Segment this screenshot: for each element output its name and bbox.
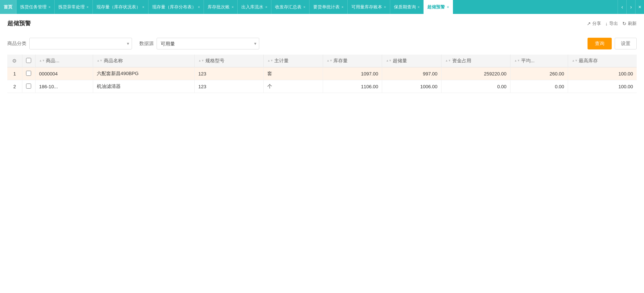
tab-label-6: 出入库流水: [241, 4, 263, 10]
cell-avg-0: 260.00: [511, 67, 568, 80]
row-checkbox-0[interactable]: [26, 71, 31, 76]
nav-arrows: ‹ › ×: [618, 0, 644, 14]
cell-index-1: 2: [7, 80, 22, 93]
datasource-label: 数据源: [139, 40, 154, 47]
col-capital-label: 资金占用: [452, 58, 471, 64]
th-maxstock: ▲▼ 最高库存: [568, 55, 637, 67]
select-all-checkbox[interactable]: [26, 58, 31, 63]
nav-tab-2[interactable]: 拣货异常处理 ×: [55, 0, 93, 14]
export-button[interactable]: ↓ 导出: [605, 21, 618, 27]
sort-spec-icon: ▲▼: [198, 59, 204, 62]
top-nav: 首页 拣货任务管理 × 拣货异常处理 × 现存量（库存状况表） × 现存量（库存…: [0, 0, 644, 14]
tab-label-9: 可用量库存账本: [351, 4, 382, 10]
cell-maxstock-1: 100.00: [568, 80, 637, 93]
nav-tab-3[interactable]: 现存量（库存状况表） ×: [93, 0, 149, 14]
category-select[interactable]: [29, 38, 132, 49]
sort-overstock-icon: ▲▼: [386, 59, 392, 62]
sort-unit-icon: ▲▼: [267, 59, 273, 62]
datasource-filter: 数据源 可用量 ▾: [139, 38, 259, 49]
th-name: ▲▼ 商品名称: [93, 55, 194, 67]
nav-tab-7[interactable]: 收发存汇总表 ×: [271, 0, 310, 14]
close-tab-8[interactable]: ×: [341, 5, 344, 9]
nav-tab-10[interactable]: 保质期查询 ×: [390, 0, 424, 14]
cell-stock-0: 1097.00: [323, 67, 382, 80]
action-bar: ↗ 分享 ↓ 导出 ↻ 刷新: [587, 21, 637, 27]
nav-tab-4[interactable]: 现存量（库存分布表） ×: [149, 0, 204, 14]
refresh-icon: ↻: [622, 21, 626, 26]
tab-label-4: 现存量（库存分布表）: [152, 4, 196, 10]
filter-row: 商品分类 ▾ 数据源 可用量 ▾ 查询 设置: [7, 38, 637, 49]
close-tab-11[interactable]: ×: [447, 5, 449, 9]
page-title: 超储预警: [7, 20, 31, 27]
export-icon: ↓: [605, 21, 608, 26]
close-tab-9[interactable]: ×: [384, 5, 386, 9]
th-overstock: ▲▼ 超储量: [382, 55, 442, 67]
nav-next-arrow[interactable]: ›: [626, 0, 635, 14]
share-icon: ↗: [587, 21, 591, 26]
settings-button[interactable]: 设置: [615, 38, 637, 49]
table-body: 1 0000004 六配套新昌490BPG 123 套 1097.00 997.…: [7, 67, 637, 93]
settings-gear-icon[interactable]: ⚙: [11, 58, 18, 64]
query-button[interactable]: 查询: [588, 38, 612, 49]
close-tab-3[interactable]: ×: [142, 5, 144, 9]
col-code-label: 商品...: [46, 58, 59, 64]
share-label: 分享: [592, 21, 601, 27]
close-tab-1[interactable]: ×: [48, 5, 51, 9]
col-avg-label: 平均...: [521, 58, 535, 64]
category-select-wrap: ▾: [29, 38, 132, 49]
sort-capital-icon: ▲▼: [445, 59, 451, 62]
col-maxstock-label: 最高库存: [579, 58, 598, 64]
share-button[interactable]: ↗ 分享: [587, 21, 601, 27]
th-stock: ▲▼ 库存量: [323, 55, 382, 67]
close-tab-5[interactable]: ×: [231, 5, 234, 9]
nav-tab-home[interactable]: 首页: [0, 0, 17, 14]
table-header-row: ⚙ ▲▼ 商品... ▲▼ 商品名称: [7, 55, 637, 67]
close-tab-7[interactable]: ×: [303, 5, 305, 9]
close-tab-10[interactable]: ×: [418, 5, 420, 9]
col-name-label: 商品名称: [104, 58, 123, 64]
tab-label-2: 拣货异常处理: [58, 4, 85, 10]
nav-close-arrow[interactable]: ×: [635, 0, 644, 14]
nav-tab-1[interactable]: 拣货任务管理 ×: [17, 0, 55, 14]
th-checkbox: [22, 55, 35, 67]
close-tab-4[interactable]: ×: [198, 5, 200, 9]
close-tab-2[interactable]: ×: [87, 5, 89, 9]
nav-tab-9[interactable]: 可用量库存账本 ×: [348, 0, 390, 14]
category-filter: 商品分类 ▾: [7, 38, 132, 49]
cell-checkbox-0: [22, 67, 35, 80]
nav-tab-5[interactable]: 库存批次账 ×: [204, 0, 238, 14]
datasource-select-wrap: 可用量 ▾: [157, 38, 259, 49]
tab-label-1: 拣货任务管理: [20, 4, 47, 10]
cell-overstock-1: 1006.00: [382, 80, 442, 93]
col-overstock-label: 超储量: [393, 58, 407, 64]
refresh-label: 刷新: [628, 21, 637, 27]
cell-code-0: 0000004: [35, 67, 93, 80]
th-unit: ▲▼ 主计量: [263, 55, 323, 67]
col-unit-label: 主计量: [274, 58, 289, 64]
cell-name-1: 机油滤清器: [93, 80, 194, 93]
sort-stock-icon: ▲▼: [327, 59, 333, 62]
cell-spec-1: 123: [194, 80, 263, 93]
datasource-select[interactable]: 可用量: [157, 38, 259, 49]
cell-capital-0: 259220.00: [441, 67, 510, 80]
close-tab-6[interactable]: ×: [265, 5, 267, 9]
nav-tab-6[interactable]: 出入库流水 ×: [238, 0, 271, 14]
th-gear: ⚙: [7, 55, 22, 67]
col-stock-label: 库存量: [333, 58, 348, 64]
category-label: 商品分类: [7, 40, 26, 47]
sort-code-icon: ▲▼: [39, 59, 45, 62]
tab-label-7: 收发存汇总表: [275, 4, 301, 10]
nav-tab-11[interactable]: 超储预警 ×: [424, 0, 453, 14]
nav-prev-arrow[interactable]: ‹: [618, 0, 626, 14]
cell-code-1: 186-10...: [35, 80, 93, 93]
row-checkbox-1[interactable]: [26, 84, 31, 89]
tab-label-3: 现存量（库存状况表）: [96, 4, 140, 10]
refresh-button[interactable]: ↻ 刷新: [622, 21, 637, 27]
sort-maxstock-icon: ▲▼: [572, 59, 578, 62]
tab-label-10: 保质期查询: [394, 4, 416, 10]
cell-spec-0: 123: [194, 67, 263, 80]
nav-tab-8[interactable]: 要货单统计表 ×: [310, 0, 348, 14]
tab-label-8: 要货单统计表: [313, 4, 340, 10]
th-code: ▲▼ 商品...: [35, 55, 93, 67]
cell-stock-1: 1106.00: [323, 80, 382, 93]
